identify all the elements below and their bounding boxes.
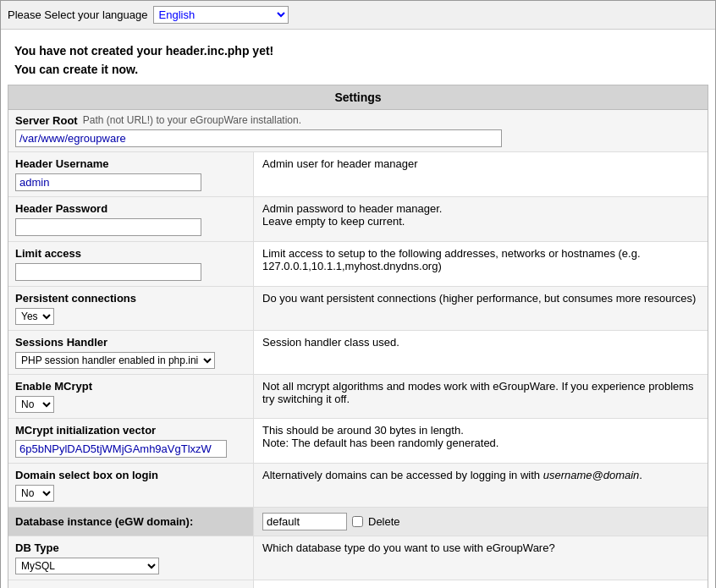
db-instance-delete-checkbox[interactable] (352, 516, 363, 527)
db-type-label: DB Type (15, 541, 246, 554)
header-username-desc: Admin user for header manager (262, 157, 418, 170)
sessions-handler-select[interactable]: PHP session handler enabled in php.ini (15, 352, 215, 369)
header-username-input[interactable] (15, 173, 201, 191)
limit-access-desc1: Limit access to setup to the following a… (262, 247, 699, 260)
mcrypt-vector-desc2: Note: The default has been randomly gene… (262, 437, 699, 449)
language-select[interactable]: English German French Spanish (153, 6, 289, 24)
enable-mcrypt-select[interactable]: No Yes (15, 396, 54, 413)
sessions-handler-label: Sessions Handler (15, 336, 246, 349)
limit-access-input[interactable] (15, 263, 201, 281)
settings-header2: Settings (8, 85, 708, 110)
header-password-label: Header Password (15, 202, 246, 215)
db-instance-delete-label: Delete (368, 515, 400, 528)
db-instance-label: Database instance (eGW domain): (15, 515, 193, 528)
enable-mcrypt-label: Enable MCrypt (15, 380, 246, 393)
server-root-input2[interactable] (15, 129, 502, 147)
persistent-conn-desc: Do you want persistent connections (high… (262, 292, 696, 305)
server-root-label2: Server Root (15, 114, 78, 127)
domain-select-label: Domain select box on login (15, 469, 246, 481)
persistent-conn-label: Persistent connections (15, 292, 246, 305)
mcrypt-vector-input[interactable] (15, 440, 227, 458)
enable-mcrypt-desc: Not all mcrypt algorithms and modes work… (262, 380, 694, 405)
db-instance-input[interactable] (262, 513, 347, 530)
sessions-handler-desc: Session handler class used. (262, 336, 399, 349)
db-type-select[interactable]: MySQL PostgreSQL MSSQL Oracle (15, 558, 159, 574)
mcrypt-vector-desc1: This should be around 30 bytes in length… (262, 424, 699, 437)
domain-select-select[interactable]: No Yes (15, 485, 54, 502)
db-type-desc: Which database type do you want to use w… (262, 541, 555, 554)
domain-select-desc-italic: username@domain (543, 469, 640, 481)
header-username-label: Header Username (15, 157, 246, 170)
warning-line1: You have not created your header.inc.php… (14, 41, 702, 60)
domain-select-desc: Alternatively domains can be accessed by… (262, 469, 642, 481)
limit-access-desc2: 127.0.0.1,10.1.1,myhost.dnydns.org) (262, 260, 699, 272)
header-password-desc1: Admin password to header manager. (262, 202, 699, 215)
warning-line2: You can create it now. (14, 60, 702, 79)
header-password-desc2: Leave empty to keep current. (262, 215, 699, 228)
mcrypt-vector-label: MCrypt initialization vector (15, 424, 246, 437)
server-root-path-label: Path (not URL!) to your eGroupWare insta… (83, 114, 301, 126)
persistent-conn-select[interactable]: Yes No (15, 308, 54, 325)
lang-select-label: Please Select your language (8, 8, 148, 21)
header-password-input[interactable] (15, 218, 201, 236)
limit-access-label: Limit access (15, 247, 246, 260)
